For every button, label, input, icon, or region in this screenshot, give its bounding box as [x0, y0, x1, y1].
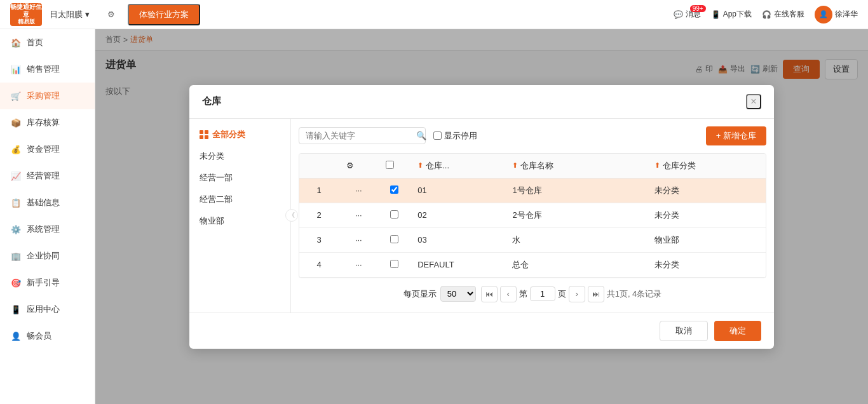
col-header-name: ⬆ 仓库名称	[505, 154, 647, 178]
table-row[interactable]: 1 ··· 01 1号仓库 未分类	[299, 178, 766, 203]
row-index: 1	[299, 178, 339, 203]
first-page-button[interactable]: ⏮	[481, 286, 498, 302]
sidebar-item-sales[interactable]: 📊 销售管理	[0, 56, 95, 83]
appcenter-icon: 📱	[10, 304, 22, 315]
store-selector[interactable]: 日太阳膜 ▾	[50, 9, 92, 20]
col-header-index	[299, 154, 339, 178]
sort-icon-cat[interactable]: ⬆	[654, 161, 660, 170]
col-header-code: ⬆ 仓库...	[410, 154, 505, 178]
category-item-dept1[interactable]: 经营一部	[189, 167, 290, 189]
inventory-icon: 📦	[10, 117, 22, 128]
pagination: 每页显示 50 20 100 ⏮ ‹ 第	[299, 278, 766, 305]
app-download-button[interactable]: 📱 App下载	[711, 9, 752, 20]
sidebar: 🏠 首页 📊 销售管理 🛒 采购管理 📦 库存核算 💰 资金管理 📈 经营管理 …	[0, 29, 95, 404]
row-actions[interactable]: ···	[339, 203, 378, 227]
system-icon: ⚙️	[10, 224, 22, 235]
col-header-gear: ⚙	[339, 154, 378, 178]
notifications-button[interactable]: 💬 消息 99+	[674, 9, 701, 20]
page-number-input[interactable]	[530, 286, 555, 301]
sort-icon-code[interactable]: ⬆	[417, 161, 423, 170]
sidebar-item-member[interactable]: 👤 畅会员	[0, 323, 95, 349]
category-item-dept2[interactable]: 经营二部	[189, 189, 290, 210]
sidebar-label-inventory: 库存核算	[27, 117, 60, 128]
warehouse-table: ⚙ ⬆ 仓库...	[299, 153, 766, 278]
category-header[interactable]: 全部分类	[189, 124, 290, 145]
sort-icon-name[interactable]: ⬆	[512, 161, 518, 170]
finance-icon: 💰	[10, 144, 22, 155]
trial-button[interactable]: 体验行业方案	[128, 4, 200, 25]
collapse-panel-button[interactable]: 《	[285, 209, 298, 222]
last-page-button[interactable]: ⏭	[588, 286, 604, 302]
online-service-button[interactable]: 🎧 在线客服	[762, 9, 804, 20]
app-download-label: App下载	[723, 9, 752, 20]
per-page-label: 每页显示	[403, 288, 437, 300]
row-checkbox[interactable]	[378, 178, 410, 203]
row-name: 2号仓库	[505, 203, 647, 227]
table-row[interactable]: 2 ··· 02 2号仓库 未分类	[299, 203, 766, 227]
modal-header: 仓库 ×	[189, 85, 774, 119]
next-page-button[interactable]: ›	[569, 286, 585, 302]
total-info: 共1页, 4条记录	[607, 288, 662, 300]
table-row[interactable]: 4 ··· DEFAULT 总仓 未分类	[299, 252, 766, 277]
confirm-button[interactable]: 确定	[714, 321, 761, 341]
cancel-button[interactable]: 取消	[660, 321, 708, 341]
col-header-category: ⬆ 仓库分类	[647, 154, 766, 178]
search-input[interactable]	[306, 131, 412, 140]
table-toolbar: 🔍 显示停用 + 新增仓库	[299, 126, 766, 145]
member-icon: 👤	[10, 330, 22, 342]
settings-icon[interactable]: ⚙	[102, 6, 120, 24]
page-suffix: 页	[558, 288, 566, 300]
row-code: 01	[410, 178, 505, 203]
row-index: 3	[299, 227, 339, 252]
col-label-category: 仓库分类	[663, 160, 696, 172]
select-all-checkbox[interactable]	[386, 161, 394, 169]
row-category: 未分类	[647, 203, 766, 227]
row-checkbox[interactable]	[378, 203, 410, 227]
row-checkbox[interactable]	[378, 252, 410, 277]
sidebar-label-business: 经营管理	[27, 170, 60, 182]
chevron-down-icon: ▾	[85, 10, 90, 19]
category-header-label: 全部分类	[212, 129, 245, 140]
search-icon[interactable]: 🔍	[416, 131, 426, 140]
col-label-name: 仓库名称	[520, 160, 553, 172]
sidebar-item-system[interactable]: ⚙️ 系统管理	[0, 216, 95, 243]
sidebar-item-appcenter[interactable]: 📱 应用中心	[0, 296, 95, 323]
per-page-selector: 每页显示 50 20 100	[403, 286, 476, 302]
sidebar-label-appcenter: 应用中心	[27, 304, 60, 315]
app-logo-text: 畅捷通好生意	[10, 3, 42, 18]
sidebar-label-purchase: 采购管理	[27, 90, 60, 102]
sidebar-item-inventory[interactable]: 📦 库存核算	[0, 109, 95, 136]
modal-close-button[interactable]: ×	[746, 94, 761, 109]
prev-page-button[interactable]: ‹	[500, 286, 517, 302]
category-item-property[interactable]: 物业部	[189, 210, 290, 232]
sidebar-item-basic[interactable]: 📋 基础信息	[0, 189, 95, 216]
modal-body: 全部分类 未分类 经营一部 经营二部 物业部 《	[189, 119, 774, 313]
sidebar-item-purchase[interactable]: 🛒 采购管理	[0, 83, 95, 109]
row-category: 未分类	[647, 252, 766, 277]
row-actions[interactable]: ···	[339, 178, 378, 203]
main-layout: 🏠 首页 📊 销售管理 🛒 采购管理 📦 库存核算 💰 资金管理 📈 经营管理 …	[0, 29, 868, 404]
row-category: 物业部	[647, 227, 766, 252]
sidebar-item-business[interactable]: 📈 经营管理	[0, 163, 95, 189]
table-row[interactable]: 3 ··· 03 水 物业部	[299, 227, 766, 252]
modal-title: 仓库	[202, 95, 221, 107]
grid-icon	[200, 130, 208, 139]
sidebar-item-finance[interactable]: 💰 资金管理	[0, 136, 95, 163]
row-name: 1号仓库	[505, 178, 647, 203]
sidebar-item-guide[interactable]: 🎯 新手引导	[0, 269, 95, 296]
row-actions[interactable]: ···	[339, 227, 378, 252]
col-label-code: 仓库...	[426, 160, 449, 172]
sidebar-label-sales: 销售管理	[27, 64, 60, 75]
show-disabled-input[interactable]	[433, 131, 442, 140]
sidebar-item-enterprise[interactable]: 🏢 企业协同	[0, 243, 95, 269]
category-item-unclassified[interactable]: 未分类	[189, 145, 290, 167]
home-icon: 🏠	[10, 37, 22, 48]
row-checkbox[interactable]	[378, 227, 410, 252]
user-menu[interactable]: 👤 徐泽华	[815, 6, 858, 24]
sidebar-item-home[interactable]: 🏠 首页	[0, 29, 95, 56]
row-actions[interactable]: ···	[339, 252, 378, 277]
show-disabled-checkbox[interactable]: 显示停用	[433, 130, 477, 142]
add-warehouse-button[interactable]: + 新增仓库	[706, 126, 766, 145]
warehouse-modal: 仓库 × 全部分类 未分类 经营一部	[189, 85, 774, 349]
per-page-select[interactable]: 50 20 100	[440, 286, 476, 302]
